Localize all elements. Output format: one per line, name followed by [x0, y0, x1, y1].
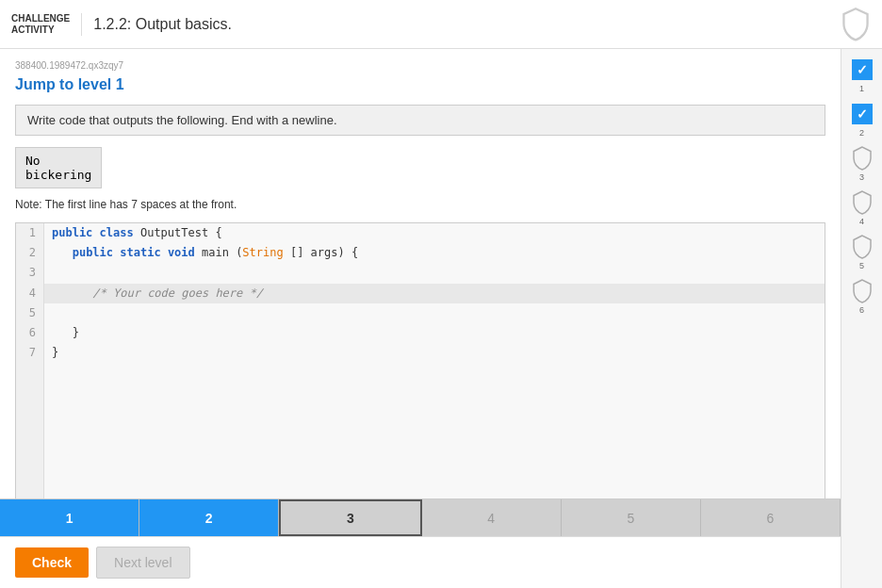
code-line-9	[16, 384, 825, 403]
code-line-8	[16, 363, 825, 383]
sidebar-item-3[interactable]: 3	[849, 145, 875, 182]
sidebar: ✓ 1 ✓ 2 3	[841, 49, 882, 588]
output-line-1: No	[25, 154, 91, 168]
code-line-4: 4 /* Your code goes here */	[16, 284, 825, 303]
sidebar-item-1[interactable]: ✓ 1	[849, 57, 875, 93]
main-layout: 388400.1989472.qx3zqy7 Jump to level 1 W…	[0, 49, 882, 588]
code-line-2: 2 public static void main (String [] arg…	[16, 243, 825, 263]
code-line-6: 6 }	[16, 323, 825, 343]
sidebar-badge-2: ✓	[849, 101, 875, 127]
code-line-14	[16, 482, 825, 498]
check-button[interactable]: Check	[15, 547, 89, 578]
sidebar-badge-1: ✓	[849, 57, 875, 83]
tab-4[interactable]: 4	[422, 499, 562, 536]
output-line-2: bickering	[25, 168, 91, 182]
tab-1[interactable]: 1	[0, 499, 139, 536]
sidebar-badge-5	[849, 234, 875, 260]
code-line-12	[16, 443, 825, 463]
jump-to-level-link[interactable]: Jump to level 1	[15, 76, 825, 93]
content-area: 388400.1989472.qx3zqy7 Jump to level 1 W…	[0, 49, 841, 588]
code-line-7: 7 }	[16, 343, 825, 363]
tab-6[interactable]: 6	[701, 499, 841, 536]
sidebar-item-4[interactable]: 4	[849, 189, 875, 226]
instruction-text: Write code that outputs the following. E…	[15, 105, 825, 136]
code-line-1: 1 public class OutputTest {	[16, 223, 825, 243]
tab-2[interactable]: 2	[139, 499, 279, 536]
level-tabs: 1 2 3 4 5 6	[0, 498, 841, 536]
tab-3[interactable]: 3	[279, 499, 421, 536]
code-line-11	[16, 423, 825, 443]
sidebar-badge-6	[849, 278, 875, 304]
header: CHALLENGE ACTIVITY 1.2.2: Output basics.	[0, 0, 882, 49]
sidebar-item-2[interactable]: ✓ 2	[849, 101, 875, 138]
sidebar-item-6[interactable]: 6	[849, 278, 875, 315]
code-line-13	[16, 463, 825, 482]
problem-section: 388400.1989472.qx3zqy7 Jump to level 1 W…	[0, 49, 841, 498]
action-bar: Check Next level	[0, 536, 841, 588]
challenge-activity-label: CHALLENGE ACTIVITY	[11, 13, 82, 36]
expected-output: No bickering	[15, 147, 102, 188]
note-text: Note: The first line has 7 spaces at the…	[15, 198, 825, 211]
code-line-5: 5	[16, 303, 825, 323]
sidebar-badge-3	[849, 145, 875, 172]
next-level-button[interactable]: Next level	[96, 547, 189, 579]
code-line-3: 3	[16, 263, 825, 283]
problem-id: 388400.1989472.qx3zqy7	[15, 60, 825, 71]
header-shield-icon	[841, 8, 871, 41]
code-editor[interactable]: 1 public class OutputTest { 2 public sta…	[15, 222, 825, 498]
tab-5[interactable]: 5	[562, 499, 701, 536]
activity-title: 1.2.2: Output basics.	[93, 16, 841, 33]
code-line-10	[16, 403, 825, 423]
sidebar-badge-4	[849, 189, 875, 216]
sidebar-item-5[interactable]: 5	[849, 234, 875, 270]
